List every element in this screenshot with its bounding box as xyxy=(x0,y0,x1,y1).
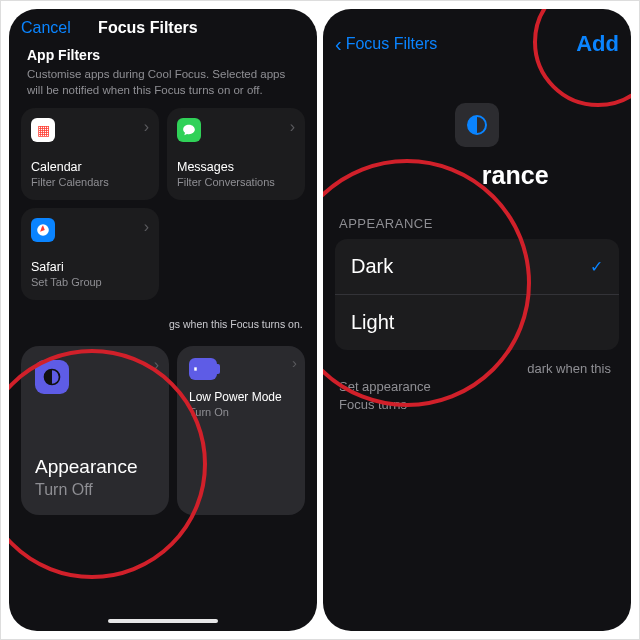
tile-appearance-sub: Turn Off xyxy=(35,481,155,499)
tile-safari-sub: Set Tab Group xyxy=(31,276,149,288)
chevron-right-icon: › xyxy=(144,118,149,136)
safari-icon xyxy=(31,218,55,242)
section-description: Customise apps during Cool Focus. Select… xyxy=(27,67,299,98)
tile-messages-label: Messages xyxy=(177,160,295,174)
messages-icon xyxy=(177,118,201,142)
right-screenshot: ‹ Focus Filters Add Appearance APPEARANC… xyxy=(323,9,631,631)
section-label-appearance: APPEARANCE xyxy=(339,216,631,231)
svg-rect-2 xyxy=(194,367,197,370)
appearance-hero-icon xyxy=(455,103,499,147)
appearance-option-list: Dark ✓ Light xyxy=(335,239,619,350)
back-label: Focus Filters xyxy=(346,35,438,53)
option-light-label: Light xyxy=(351,311,394,334)
chevron-right-icon: › xyxy=(290,118,295,136)
tile-lpm-label: Low Power Mode xyxy=(189,390,293,404)
chevron-right-icon: › xyxy=(154,356,159,374)
left-screenshot: Cancel Focus Filters App Filters Customi… xyxy=(9,9,317,631)
tile-appearance[interactable]: › Appearance Turn Off xyxy=(21,346,169,515)
page-title: Focus Filters xyxy=(31,19,265,37)
chevron-right-icon: › xyxy=(292,354,297,371)
option-dark-label: Dark xyxy=(351,255,393,278)
tile-calendar-label: Calendar xyxy=(31,160,149,174)
tile-messages-sub: Filter Conversations xyxy=(177,176,295,188)
chevron-left-icon: ‹ xyxy=(335,34,342,54)
battery-low-icon xyxy=(189,358,217,380)
add-button[interactable]: Add xyxy=(576,31,619,57)
appearance-icon xyxy=(35,360,69,394)
tile-low-power-mode[interactable]: › Low Power Mode Turn On xyxy=(177,346,305,515)
option-dark[interactable]: Dark ✓ xyxy=(335,239,619,295)
appearance-footer-text: dark when this Set appearance Focus turn… xyxy=(339,360,615,415)
tile-safari-label: Safari xyxy=(31,260,149,274)
back-button[interactable]: ‹ Focus Filters xyxy=(335,34,437,54)
tile-lpm-sub: Turn On xyxy=(189,406,293,418)
checkmark-icon: ✓ xyxy=(590,257,603,276)
tile-messages[interactable]: › Messages Filter Conversations xyxy=(167,108,305,200)
option-light[interactable]: Light xyxy=(335,295,619,350)
tile-appearance-label: Appearance xyxy=(35,456,155,478)
tile-calendar-sub: Filter Calendars xyxy=(31,176,149,188)
page-title: Appearance xyxy=(405,161,548,190)
system-filters-description-tail: gs when this Focus turns on. xyxy=(169,318,317,330)
calendar-icon: ▦ xyxy=(31,118,55,142)
home-indicator xyxy=(108,619,218,623)
tile-calendar[interactable]: › ▦ Calendar Filter Calendars xyxy=(21,108,159,200)
chevron-right-icon: › xyxy=(144,218,149,236)
section-title-app-filters: App Filters xyxy=(27,47,299,63)
tile-safari[interactable]: › Safari Set Tab Group xyxy=(21,208,159,300)
